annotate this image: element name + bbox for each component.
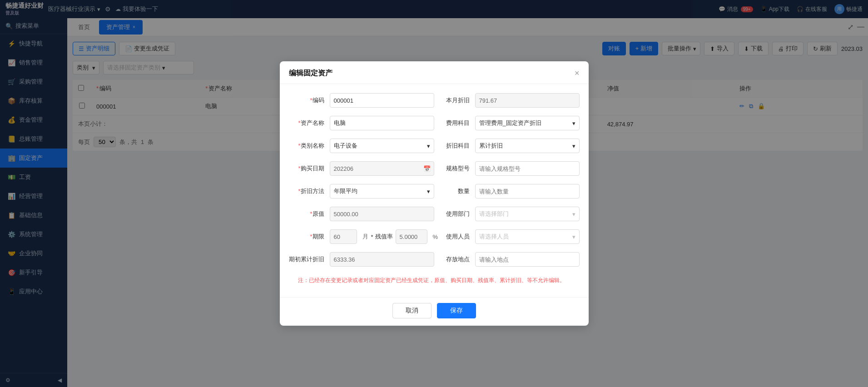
dialog-body: *编码 *资产名称 *类别名称 (280, 84, 589, 297)
location-label: 存放地点 (434, 255, 475, 263)
save-button[interactable]: 保存 (437, 303, 476, 318)
residual-rate-input[interactable] (396, 229, 427, 244)
form-row-category: *类别名称 电子设备 ▾ (289, 139, 434, 153)
calendar-icon[interactable]: 📅 (423, 165, 431, 172)
quantity-label: 数量 (434, 187, 475, 195)
purchase-date-label: *购买日期 (289, 164, 330, 173)
form-row-expense-account: 费用科目 管理费用_固定资产折旧 ▾ (434, 116, 580, 130)
quantity-input[interactable] (475, 184, 580, 198)
chevron-down-icon: ▾ (427, 143, 430, 149)
form-row-code: *编码 (289, 93, 434, 108)
dep-method-select[interactable]: 年限平均 ▾ (330, 184, 434, 198)
form-left-col: *编码 *资产名称 *类别名称 (289, 93, 434, 275)
expense-account-select[interactable]: 管理费用_固定资产折旧 ▾ (475, 116, 580, 130)
form-row-initial-dep: 期初累计折旧 (289, 252, 434, 267)
code-input[interactable] (330, 93, 434, 108)
purchase-date-input[interactable] (330, 161, 434, 176)
spec-model-input[interactable] (475, 161, 580, 176)
name-label: *资产名称 (289, 119, 330, 127)
category-select[interactable]: 电子设备 ▾ (330, 139, 434, 153)
code-label: *编码 (289, 96, 330, 104)
chevron-down-icon: ▾ (572, 233, 575, 240)
dialog-note: 注：已经存在变更记录或者对应固定资产已经生成凭证，原值、购买日期、残值率、累计折… (289, 275, 580, 288)
dialog-footer: 取消 保存 (280, 297, 589, 326)
form-row-spec-model: 规格型号 (434, 161, 580, 176)
initial-dep-label: 期初累计折旧 (289, 255, 330, 263)
chevron-down-icon: ▾ (572, 120, 575, 127)
chevron-down-icon: ▾ (572, 143, 575, 149)
form-row-purchase-date: *购买日期 📅 (289, 161, 434, 176)
dialog-title: 编辑固定资产 (289, 69, 332, 78)
location-input[interactable] (475, 252, 580, 267)
edit-fixed-asset-dialog: 编辑固定资产 × *编码 *资产名称 (280, 61, 589, 326)
period-label: *期限 (289, 233, 330, 241)
form-right-col: 本月折旧 费用科目 管理费用_固定资产折旧 ▾ 折旧科目 (434, 93, 580, 275)
chevron-down-icon: ▾ (572, 211, 575, 218)
department-select[interactable]: 请选择部门 ▾ (475, 207, 580, 221)
form-row-name: *资产名称 (289, 116, 434, 130)
dep-account-label: 折旧科目 (434, 142, 475, 150)
form-row-period: *期限 月 * 残值率 % (289, 229, 434, 244)
category-label: *类别名称 (289, 142, 330, 150)
monthly-dep-input[interactable] (475, 93, 580, 108)
form-row-quantity: 数量 (434, 184, 580, 198)
form-row-person: 使用人员 请选择人员 ▾ (434, 229, 580, 244)
chevron-down-icon: ▾ (427, 188, 430, 195)
purchase-date-wrap: 📅 (330, 161, 434, 176)
monthly-dep-label: 本月折旧 (434, 96, 475, 104)
form-grid: *编码 *资产名称 *类别名称 (289, 93, 580, 275)
spec-model-label: 规格型号 (434, 164, 475, 173)
dialog-header: 编辑固定资产 × (280, 61, 589, 84)
original-value-label: *原值 (289, 210, 330, 218)
form-row-original-value: *原值 (289, 207, 434, 221)
form-row-department: 使用部门 请选择部门 ▾ (434, 207, 580, 221)
form-row-monthly-dep: 本月折旧 (434, 93, 580, 108)
cancel-button[interactable]: 取消 (392, 303, 432, 318)
department-label: 使用部门 (434, 210, 475, 218)
form-row-dep-method: *折旧方法 年限平均 ▾ (289, 184, 434, 198)
period-group: 月 * 残值率 % (330, 229, 434, 244)
person-select[interactable]: 请选择人员 ▾ (475, 229, 580, 244)
name-input[interactable] (330, 116, 434, 130)
initial-dep-input[interactable] (330, 252, 434, 267)
expense-account-label: 费用科目 (434, 119, 475, 127)
modal-overlay: 编辑固定资产 × *编码 *资产名称 (0, 0, 868, 387)
person-label: 使用人员 (434, 233, 475, 241)
period-input[interactable] (330, 229, 357, 244)
dialog-close-btn[interactable]: × (575, 69, 580, 78)
form-row-dep-account: 折旧科目 累计折旧 ▾ (434, 139, 580, 153)
dep-method-label: *折旧方法 (289, 187, 330, 195)
original-value-input[interactable] (330, 207, 434, 221)
dep-account-select[interactable]: 累计折旧 ▾ (475, 139, 580, 153)
form-row-location: 存放地点 (434, 252, 580, 267)
